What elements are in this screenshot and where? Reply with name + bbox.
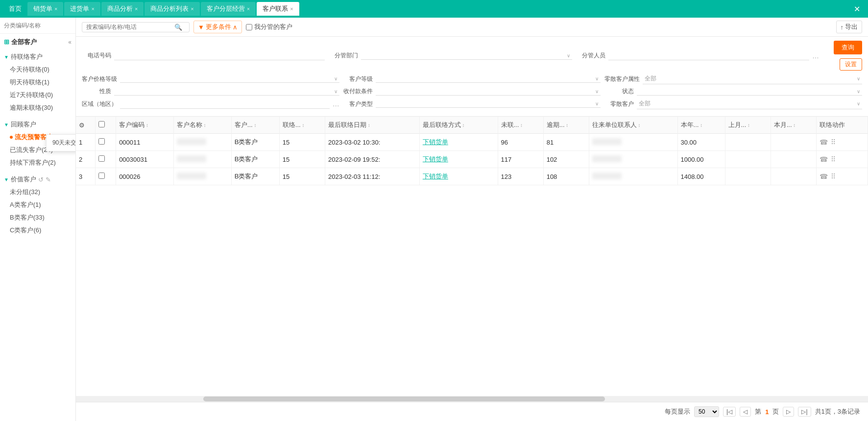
col-code[interactable]: 客户编码 xyxy=(116,117,174,134)
close-product-analysis-icon[interactable]: × xyxy=(135,6,138,12)
search-input[interactable] xyxy=(86,24,174,30)
person-more-icon[interactable]: … xyxy=(812,52,819,60)
col-this-month[interactable]: 本月... xyxy=(771,117,816,134)
export-button[interactable]: ↑ 导出 xyxy=(836,21,863,33)
tab-customer-segmentation[interactable]: 客户分层经营 × xyxy=(201,2,256,16)
row-last-date-2: 2023-02-03 11:12: xyxy=(325,168,420,185)
tab-purchase-order[interactable]: 进货单 × xyxy=(64,2,100,16)
scrollbar-thumb[interactable] xyxy=(203,396,605,401)
horizontal-scrollbar[interactable] xyxy=(76,396,868,402)
setting-button[interactable]: 设置 xyxy=(840,58,862,71)
action-more-icon-2[interactable]: ⠿ xyxy=(831,173,836,180)
close-purchase-order-icon[interactable]: × xyxy=(91,6,94,12)
close-product-list-icon[interactable]: × xyxy=(191,6,193,12)
zero-attr-select[interactable]: 全部 ∨ xyxy=(643,74,862,84)
customer-level-select[interactable]: ∨ xyxy=(376,75,601,83)
table-row: 3 000026 B类客户 15 2023-02-03 11:12: 下销货单 … xyxy=(76,168,868,185)
sidebar-item-today[interactable]: 今天待联络(0) xyxy=(0,63,75,76)
row-last-method-0[interactable]: 下销货单 xyxy=(419,134,498,151)
payment-select[interactable]: ∨ xyxy=(376,88,601,96)
gender-select[interactable]: ∨ xyxy=(114,88,339,96)
close-contact-icon[interactable]: × xyxy=(290,6,293,12)
close-window-icon[interactable]: ✕ xyxy=(850,4,864,14)
filter-person: 分管人员 … xyxy=(576,51,819,60)
sidebar-item-class-a[interactable]: A类客户(1) xyxy=(0,198,75,211)
value-edit-icon[interactable]: ✎ xyxy=(46,176,51,183)
main-layout: 🔍 ⊞全部客户 « ▼ 待联络客户 今天待联络(0) 明天待联络(1) 近7天待… xyxy=(0,18,868,421)
sidebar-item-ungrouped[interactable]: 未分组(32) xyxy=(0,186,75,198)
col-settings[interactable]: ⚙ xyxy=(76,117,96,134)
action-more-icon-1[interactable]: ⠿ xyxy=(831,155,836,163)
tab-product-analysis[interactable]: 商品分析 × xyxy=(101,2,144,16)
row-contact-person-2 xyxy=(589,168,677,185)
zero-retail-select[interactable]: 全部 ∨ xyxy=(637,99,862,109)
value-refresh-icon[interactable]: ↺ xyxy=(38,176,44,183)
sidebar-collapse-icon[interactable]: « xyxy=(68,39,72,46)
phone-input[interactable] xyxy=(114,51,325,60)
row-checkbox-2[interactable] xyxy=(96,168,116,185)
search-execute-icon[interactable]: 🔍 xyxy=(174,24,182,31)
customer-type-select[interactable]: ∨ xyxy=(376,100,601,108)
sidebar-item-declining[interactable]: 持续下滑客户(2) xyxy=(0,156,75,169)
sidebar-search-input[interactable] xyxy=(4,22,76,29)
query-button[interactable]: 查询 xyxy=(834,41,862,54)
col-contact-count[interactable]: 联络... xyxy=(279,117,325,134)
col-last-contact-method[interactable]: 最后联络方式 xyxy=(419,117,498,134)
row-checkbox-1[interactable] xyxy=(96,151,116,168)
tab-sales-order[interactable]: 销货单 × xyxy=(27,2,63,16)
tab-customer-contact[interactable]: 客户联系 × xyxy=(257,2,299,16)
first-page-button[interactable]: |◁ xyxy=(723,407,736,417)
my-customers-checkbox-wrap[interactable]: 我分管的客户 xyxy=(246,23,292,31)
col-unlisted[interactable]: 未联... xyxy=(498,117,543,134)
col-name[interactable]: 客户名称 xyxy=(173,117,231,134)
col-contact-person[interactable]: 往来单位联系人 xyxy=(589,117,677,134)
phone-label: 电话号码 xyxy=(82,51,111,60)
tab-product-analysis-list[interactable]: 商品分析列表 × xyxy=(145,2,199,16)
region-input[interactable] xyxy=(120,99,330,109)
person-input[interactable] xyxy=(608,51,809,60)
my-customers-checkbox[interactable] xyxy=(246,24,252,30)
sidebar-group-review-title[interactable]: ▼ 回顾客户 90天未交易的客户，可能有流失风险。 xyxy=(0,118,75,131)
col-last-contact-date[interactable]: 最后联络日期 xyxy=(325,117,420,134)
next-page-button[interactable]: ▷ xyxy=(783,407,794,417)
query-setting-col: 查询 设置 xyxy=(823,41,862,71)
col-overdue[interactable]: 逾期... xyxy=(543,117,589,134)
select-all-checkbox[interactable] xyxy=(98,121,105,127)
customer-level-label: 客户等级 xyxy=(343,75,373,83)
action-contact-icon-2[interactable]: ☎ xyxy=(820,173,828,180)
dept-select[interactable]: ∨ xyxy=(361,52,572,60)
close-sales-order-icon[interactable]: × xyxy=(54,6,57,12)
row-this-year-1: 1000.00 xyxy=(677,151,725,168)
col-last-month[interactable]: 上月... xyxy=(725,117,771,134)
sidebar-item-class-c[interactable]: C类客户(6) xyxy=(0,224,75,237)
sidebar-group-value-title[interactable]: ▼ 价值客户 ↺ ✎ xyxy=(0,173,75,186)
home-tab[interactable]: 首页 xyxy=(4,4,26,13)
prev-page-button[interactable]: ◁ xyxy=(740,407,751,417)
row-last-method-2[interactable]: 下销货单 xyxy=(419,168,498,185)
sidebar-item-class-b[interactable]: B类客户(33) xyxy=(0,211,75,224)
filter-zero-attr: 零散客户属性 全部 ∨ xyxy=(604,74,862,84)
sidebar-item-week[interactable]: 近7天待联络(0) xyxy=(0,89,75,101)
sidebar-item-overdue[interactable]: 逾期未联络(30) xyxy=(0,101,75,114)
filter-zero-retail: 零散客户 全部 ∨ xyxy=(604,99,862,109)
row-last-method-1[interactable]: 下销货单 xyxy=(419,151,498,168)
action-more-icon-0[interactable]: ⠿ xyxy=(831,138,836,146)
row-checkbox-0[interactable] xyxy=(96,134,116,151)
customer-type-label: 客户类型 xyxy=(343,100,373,108)
action-contact-icon-0[interactable]: ☎ xyxy=(820,138,828,146)
status-select[interactable]: ∨ xyxy=(637,88,862,96)
price-level-select[interactable]: ∨ xyxy=(120,75,339,83)
region-more-icon[interactable]: … xyxy=(333,100,339,108)
more-filters-button[interactable]: ▼ 更多条件 ∧ xyxy=(193,21,242,33)
table-row: 2 00030031 B类客户 15 2023-02-09 19:52: 下销货… xyxy=(76,151,868,168)
per-page-select[interactable]: 50 100 200 xyxy=(694,406,719,417)
col-checkbox[interactable] xyxy=(96,117,116,134)
row-actions-0: ☎ ⠿ xyxy=(816,134,868,151)
col-this-year[interactable]: 本年... xyxy=(677,117,725,134)
sidebar-item-tomorrow[interactable]: 明天待联络(1) xyxy=(0,76,75,89)
action-contact-icon-1[interactable]: ☎ xyxy=(820,155,828,163)
sidebar-group-pending-title[interactable]: ▼ 待联络客户 xyxy=(0,50,75,63)
close-segmentation-icon[interactable]: × xyxy=(247,6,250,12)
col-customer-type[interactable]: 客户... xyxy=(231,117,279,134)
last-page-button[interactable]: ▷| xyxy=(798,407,811,417)
